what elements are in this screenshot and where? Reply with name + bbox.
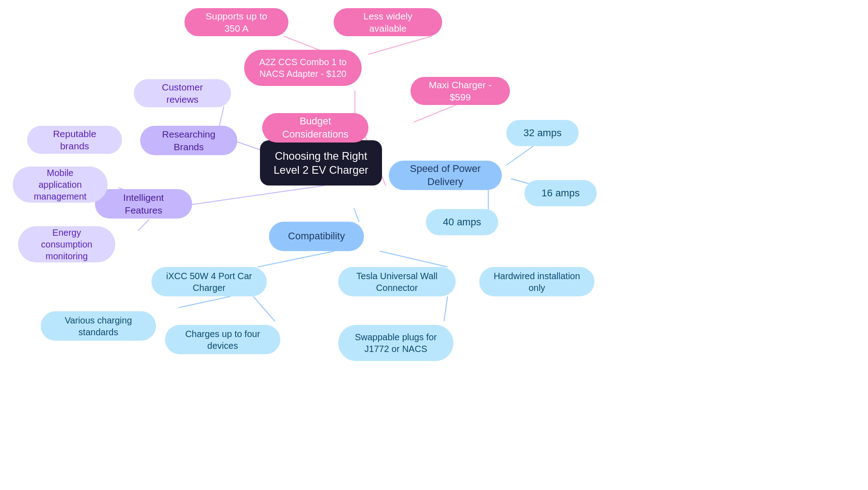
researching-node: Researching Brands <box>140 126 237 155</box>
amps16-node: 16 amps <box>524 180 597 206</box>
amps40-node: 40 amps <box>426 209 498 235</box>
svg-line-18 <box>179 296 231 308</box>
svg-line-21 <box>444 296 448 321</box>
lessavailable-node: Less widely available <box>334 8 442 36</box>
center-node: Choosing the Right Level 2 EV Charger <box>260 140 382 186</box>
mobileapp-node: Mobile application management <box>13 167 108 203</box>
chargesfour-node: Charges up to four devices <box>165 325 280 354</box>
a2z-node: A2Z CCS Combo 1 to NACS Adapter - $120 <box>244 50 362 86</box>
variouscharging-node: Various charging standards <box>41 311 156 341</box>
swappable-node: Swappable plugs for J1772 or NACS <box>338 325 453 361</box>
svg-line-16 <box>258 251 335 267</box>
customerreviews-node: Customer reviews <box>134 79 231 107</box>
intelligent-node: Intelligent Features <box>95 189 192 219</box>
energyconsumption-node: Energy consumption monitoring <box>18 226 115 262</box>
svg-line-6 <box>219 106 224 127</box>
supports350-node: Supports up to 350 A <box>184 8 288 36</box>
svg-line-19 <box>253 296 275 321</box>
hardwired-node: Hardwired installation only <box>479 267 594 296</box>
reputablebrands-node: Reputable brands <box>27 126 122 154</box>
svg-line-10 <box>138 219 149 231</box>
svg-line-8 <box>192 186 325 205</box>
speed-node: Speed of Power Delivery <box>389 161 502 190</box>
compatibility-node: Compatibility <box>269 222 364 251</box>
svg-line-17 <box>380 251 448 267</box>
maxi-node: Maxi Charger - $599 <box>410 77 510 105</box>
ixcc-node: iXCC 50W 4 Port Car Charger <box>151 267 267 296</box>
svg-line-15 <box>354 208 359 222</box>
amps32-node: 32 amps <box>506 120 579 146</box>
svg-line-3 <box>368 36 432 54</box>
budget-node: Budget Considerations <box>262 113 368 143</box>
tesla-node: Tesla Universal Wall Connector <box>338 267 456 296</box>
